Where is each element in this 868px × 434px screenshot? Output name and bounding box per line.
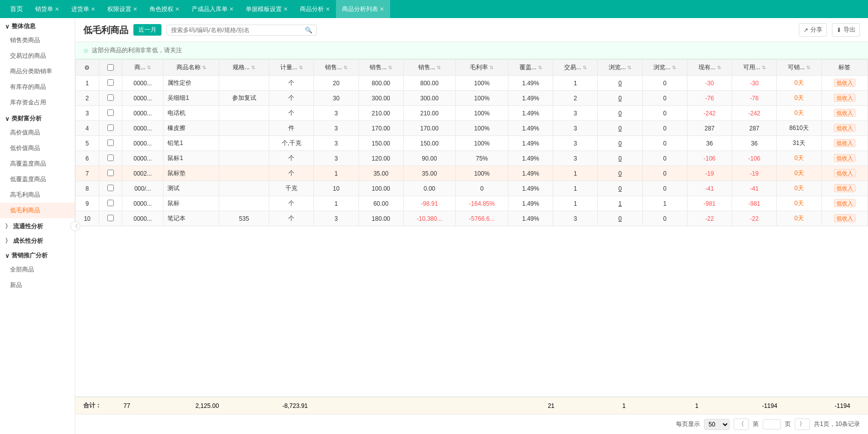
nav-close-product-storage[interactable]: ✕ — [229, 6, 234, 13]
nav-product-storage[interactable]: 产成品入库单 ✕ — [186, 0, 240, 18]
nav-close-sales[interactable]: ✕ — [55, 6, 59, 13]
td-checkbox[interactable] — [99, 196, 122, 211]
nav-close-template[interactable]: ✕ — [283, 6, 288, 13]
td-views1[interactable]: 0 — [598, 76, 642, 91]
row-checkbox[interactable] — [107, 124, 114, 131]
sidebar-item-category-rate[interactable]: 商品分类助销率 — [0, 64, 75, 79]
sidebar-item-all-goods[interactable]: 全部商品 — [0, 262, 75, 277]
th-available[interactable]: 可用...⇅ — [732, 60, 777, 76]
td-checkbox[interactable] — [99, 136, 122, 151]
sidebar-item-low-coverage[interactable]: 低覆盖度商品 — [0, 172, 75, 187]
td-views1[interactable]: 0 — [598, 91, 642, 106]
sidebar-item-new-goods[interactable]: 新品 — [0, 277, 75, 293]
search-icon[interactable]: 🔍 — [305, 27, 312, 34]
views1-link[interactable]: 0 — [618, 95, 622, 102]
nav-close-purchase[interactable]: ✕ — [91, 6, 95, 13]
td-checkbox[interactable] — [99, 121, 122, 136]
search-input[interactable] — [171, 27, 303, 34]
nav-template[interactable]: 单据模板设置 ✕ — [240, 0, 294, 18]
th-views1[interactable]: 浏览...⇅ — [598, 60, 642, 76]
prev-page-btn[interactable]: 〈 — [734, 418, 749, 430]
export-btn[interactable]: ⬇ 导出 — [832, 23, 860, 37]
views1-link[interactable]: 0 — [618, 125, 622, 132]
views1-link[interactable]: 0 — [618, 215, 622, 222]
td-checkbox[interactable] — [99, 91, 122, 106]
td-views1[interactable]: 0 — [598, 211, 642, 226]
nav-permission[interactable]: 权限设置 ✕ — [101, 0, 143, 18]
views1-link[interactable]: 1 — [618, 200, 622, 207]
th-current[interactable]: 现有...⇅ — [687, 60, 732, 76]
th-coverage[interactable]: 覆盖...⇅ — [508, 60, 553, 76]
nav-close-product-analysis-list[interactable]: ✕ — [380, 6, 384, 13]
row-checkbox[interactable] — [107, 94, 114, 101]
page-size-select[interactable]: 50 100 — [704, 419, 730, 430]
row-checkbox[interactable] — [107, 109, 114, 116]
views1-link[interactable]: 0 — [618, 110, 622, 117]
sidebar-group-circulation[interactable]: 〉 流通性分析 — [0, 218, 75, 233]
next-page-btn[interactable]: 〉 — [795, 418, 810, 430]
sidebar-group-marketing[interactable]: ∨ 营销推广分析 — [0, 247, 75, 262]
td-views1[interactable]: 0 — [598, 151, 642, 166]
td-checkbox[interactable] — [99, 151, 122, 166]
row-checkbox[interactable] — [107, 215, 114, 221]
th-settings[interactable]: ⚙ — [76, 60, 99, 76]
th-code[interactable]: 商...⇅ — [122, 60, 163, 76]
th-gross-margin[interactable]: 毛利率⇅ — [455, 60, 508, 76]
nav-product-analysis[interactable]: 商品分析 ✕ — [294, 0, 336, 18]
nav-product-analysis-list[interactable]: 商品分析列表 ✕ — [336, 0, 390, 18]
sidebar-item-inventory-goods[interactable]: 有库存的商品 — [0, 79, 75, 95]
views1-link[interactable]: 0 — [618, 185, 622, 192]
row-checkbox[interactable] — [107, 139, 114, 146]
th-unit[interactable]: 计量...⇅ — [269, 60, 314, 76]
row-checkbox[interactable] — [107, 155, 114, 161]
nav-close-role[interactable]: ✕ — [175, 6, 180, 13]
nav-home[interactable]: 首页 — [4, 0, 29, 18]
sidebar-item-traded-goods[interactable]: 交易过的商品 — [0, 48, 75, 64]
sidebar-item-high-value[interactable]: 高价值商品 — [0, 125, 75, 140]
row-checkbox[interactable] — [107, 79, 114, 86]
select-all-checkbox[interactable] — [107, 64, 114, 71]
th-sellable[interactable]: 可销...⇅ — [777, 60, 821, 76]
nav-close-product-analysis[interactable]: ✕ — [325, 6, 330, 13]
sidebar-item-low-value[interactable]: 低价值商品 — [0, 140, 75, 156]
td-checkbox[interactable] — [99, 106, 122, 121]
th-sales-count[interactable]: 销售...⇅ — [314, 60, 359, 76]
share-btn[interactable]: ↗ 分享 — [799, 23, 827, 37]
td-views1[interactable]: 0 — [598, 181, 642, 196]
th-tag[interactable]: 标签 — [821, 60, 867, 76]
views1-link[interactable]: 0 — [618, 80, 622, 87]
th-spec[interactable]: 规格...⇅ — [219, 60, 269, 76]
sidebar-item-high-coverage[interactable]: 高覆盖度商品 — [0, 156, 75, 172]
th-sales-amount[interactable]: 销售...⇅ — [403, 60, 455, 76]
td-views1[interactable]: 1 — [598, 196, 642, 211]
td-views1[interactable]: 0 — [598, 166, 642, 181]
td-checkbox[interactable] — [99, 76, 122, 91]
views1-link[interactable]: 0 — [618, 170, 622, 177]
td-checkbox[interactable] — [99, 166, 122, 181]
views1-link[interactable]: 0 — [618, 140, 622, 147]
td-views1[interactable]: 0 — [598, 121, 642, 136]
nav-sales[interactable]: 销货单 ✕ — [29, 0, 65, 18]
sidebar-item-inventory-capital[interactable]: 库存资金占用 — [0, 95, 75, 110]
th-sales-price[interactable]: 销售...⇅ — [359, 60, 403, 76]
row-checkbox[interactable] — [107, 170, 114, 176]
td-checkbox[interactable] — [99, 181, 122, 196]
sidebar-group-growth[interactable]: 〉 成长性分析 — [0, 233, 75, 247]
views1-link[interactable]: 0 — [618, 155, 622, 162]
filter-recent-month-btn[interactable]: 近一月 — [133, 24, 161, 36]
sidebar-item-low-margin[interactable]: 低毛利商品 — [0, 203, 75, 218]
sidebar-item-sales-goods[interactable]: 销售类商品 — [0, 33, 75, 48]
nav-role[interactable]: 角色授权 ✕ — [143, 0, 186, 18]
row-checkbox[interactable] — [107, 200, 114, 206]
row-checkbox[interactable] — [107, 185, 114, 191]
th-trade[interactable]: 交易...⇅ — [553, 60, 598, 76]
sidebar-item-high-margin[interactable]: 高毛利商品 — [0, 187, 75, 203]
sidebar-group-wealth[interactable]: ∨ 类财富分析 — [0, 110, 75, 125]
th-checkbox[interactable] — [99, 60, 122, 76]
td-views1[interactable]: 0 — [598, 106, 642, 121]
sidebar-group-overview[interactable]: ∨ 整体信息 — [0, 18, 75, 33]
sidebar-collapse-btn[interactable]: 《 — [70, 221, 80, 231]
nav-close-permission[interactable]: ✕ — [133, 6, 137, 13]
td-views1[interactable]: 0 — [598, 136, 642, 151]
page-number-input[interactable]: 1 — [763, 419, 781, 429]
